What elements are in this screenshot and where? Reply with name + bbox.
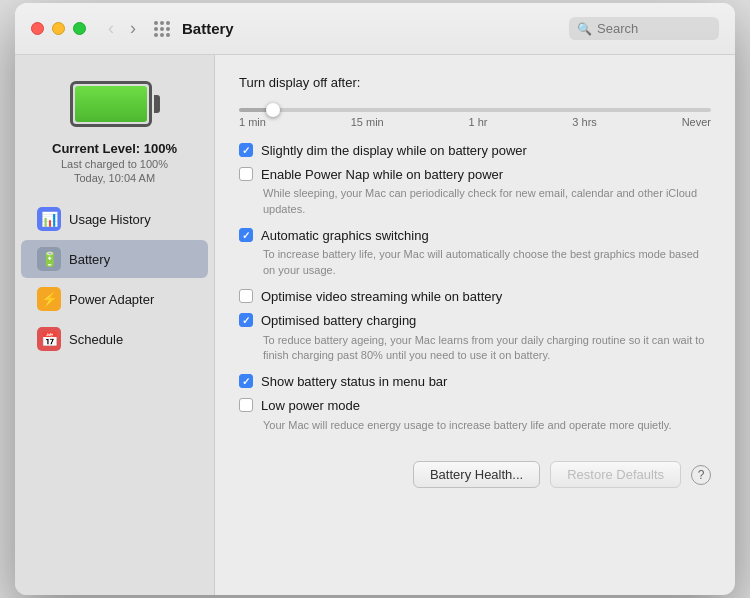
checkbox-auto-graphics[interactable] <box>239 228 253 242</box>
sidebar: Current Level: 100% Last charged to 100%… <box>15 55 215 595</box>
close-button[interactable] <box>31 22 44 35</box>
battery-visual <box>70 79 160 129</box>
slider-labels: 1 min15 min1 hr3 hrsNever <box>239 116 711 128</box>
option-label-menu-bar: Show battery status in menu bar <box>261 373 447 391</box>
minimize-button[interactable] <box>52 22 65 35</box>
sidebar-items: 📊Usage History🔋Battery⚡Power Adapter📅Sch… <box>15 200 214 360</box>
titlebar: ‹ › Battery 🔍 <box>15 3 735 55</box>
power-adapter-icon: ⚡ <box>37 287 61 311</box>
checkbox-low-power[interactable] <box>239 398 253 412</box>
slider-label: 1 hr <box>469 116 488 128</box>
nav-buttons: ‹ › <box>102 16 142 41</box>
display-off-slider[interactable] <box>239 108 711 112</box>
option-row-dim-display: Slightly dim the display while on batter… <box>239 142 711 160</box>
usage-history-icon: 📊 <box>37 207 61 231</box>
option-description-low-power: Your Mac will reduce energy usage to inc… <box>263 418 711 433</box>
option-description-power-nap: While sleeping, your Mac can periodicall… <box>263 186 711 217</box>
help-button[interactable]: ? <box>691 465 711 485</box>
slider-container: 1 min15 min1 hr3 hrsNever <box>239 98 711 128</box>
sidebar-item-usage-history[interactable]: 📊Usage History <box>21 200 208 238</box>
display-off-label: Turn display off after: <box>239 75 711 90</box>
options-container: Slightly dim the display while on batter… <box>239 142 711 433</box>
search-input[interactable] <box>597 21 697 36</box>
battery-icon: 🔋 <box>37 247 61 271</box>
sidebar-label-usage-history: Usage History <box>69 212 151 227</box>
option-label-auto-graphics: Automatic graphics switching <box>261 227 429 245</box>
content-area: Current Level: 100% Last charged to 100%… <box>15 55 735 595</box>
battery-icon-container <box>70 79 160 129</box>
sidebar-item-power-adapter[interactable]: ⚡Power Adapter <box>21 280 208 318</box>
sidebar-label-schedule: Schedule <box>69 332 123 347</box>
back-button[interactable]: ‹ <box>102 16 120 41</box>
checkbox-menu-bar[interactable] <box>239 374 253 388</box>
restore-defaults-button[interactable]: Restore Defaults <box>550 461 681 488</box>
option-label-dim-display: Slightly dim the display while on batter… <box>261 142 527 160</box>
sidebar-item-battery[interactable]: 🔋Battery <box>21 240 208 278</box>
checkbox-dim-display[interactable] <box>239 143 253 157</box>
option-label-optimised-charging: Optimised battery charging <box>261 312 416 330</box>
slider-label: 1 min <box>239 116 266 128</box>
forward-button[interactable]: › <box>124 16 142 41</box>
traffic-lights <box>31 22 86 35</box>
main-window: ‹ › Battery 🔍 Current Leve <box>15 3 735 595</box>
bottom-bar: Battery Health... Restore Defaults ? <box>239 449 711 488</box>
slider-label: 15 min <box>351 116 384 128</box>
main-panel: Turn display off after: 1 min15 min1 hr3… <box>215 55 735 595</box>
slider-label: Never <box>682 116 711 128</box>
option-row-video-streaming: Optimise video streaming while on batter… <box>239 288 711 306</box>
search-box[interactable]: 🔍 <box>569 17 719 40</box>
checkbox-power-nap[interactable] <box>239 167 253 181</box>
grid-icon[interactable] <box>154 21 170 37</box>
last-charged-line2: Today, 10:04 AM <box>74 172 155 184</box>
sidebar-label-power-adapter: Power Adapter <box>69 292 154 307</box>
maximize-button[interactable] <box>73 22 86 35</box>
option-label-video-streaming: Optimise video streaming while on batter… <box>261 288 502 306</box>
option-row-optimised-charging: Optimised battery charging <box>239 312 711 330</box>
battery-health-button[interactable]: Battery Health... <box>413 461 540 488</box>
option-row-menu-bar: Show battery status in menu bar <box>239 373 711 391</box>
option-row-low-power: Low power mode <box>239 397 711 415</box>
option-description-auto-graphics: To increase battery life, your Mac will … <box>263 247 711 278</box>
option-label-power-nap: Enable Power Nap while on battery power <box>261 166 503 184</box>
option-row-power-nap: Enable Power Nap while on battery power <box>239 166 711 184</box>
sidebar-label-battery: Battery <box>69 252 110 267</box>
checkbox-video-streaming[interactable] <box>239 289 253 303</box>
schedule-icon: 📅 <box>37 327 61 351</box>
battery-tip <box>154 95 160 113</box>
option-row-auto-graphics: Automatic graphics switching <box>239 227 711 245</box>
sidebar-item-schedule[interactable]: 📅Schedule <box>21 320 208 358</box>
window-title: Battery <box>182 20 569 37</box>
search-icon: 🔍 <box>577 22 592 36</box>
slider-label: 3 hrs <box>572 116 596 128</box>
option-description-optimised-charging: To reduce battery ageing, your Mac learn… <box>263 333 711 364</box>
checkbox-optimised-charging[interactable] <box>239 313 253 327</box>
battery-level: Current Level: 100% <box>52 141 177 156</box>
battery-body <box>70 81 152 127</box>
battery-fill <box>75 86 147 122</box>
option-label-low-power: Low power mode <box>261 397 360 415</box>
last-charged-line1: Last charged to 100% <box>61 158 168 170</box>
